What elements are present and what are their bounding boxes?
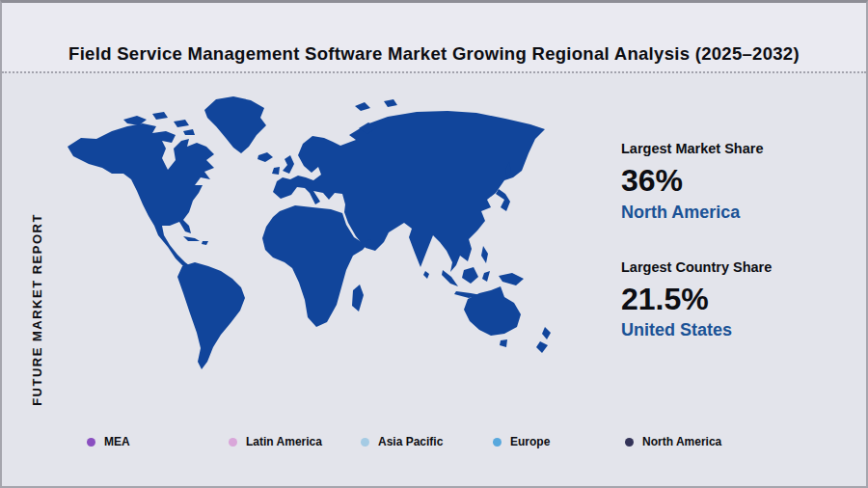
legend-label: North America [642,435,721,448]
legend-dot-icon [625,438,634,447]
stat-largest-market-share: Largest Market Share 36% North America [621,141,853,223]
dotted-separator [2,71,866,73]
stat-value: 21.5% [621,284,853,316]
page-title: Field Service Management Software Market… [2,43,866,65]
world-map-landmass [68,96,551,369]
stat-region: North America [621,203,853,223]
legend-item-asia-pacific: Asia Pacific [361,434,443,449]
legend-label: Asia Pacific [378,435,443,448]
infographic-card: Field Service Management Software Market… [0,0,868,488]
legend-item-north-america: North America [625,434,721,449]
legend-item-latin-america: Latin America [229,434,322,449]
legend-item-mea: MEA [87,434,130,449]
legend-item-europe: Europe [493,434,550,449]
legend-label: MEA [104,435,130,448]
world-map-icon [60,85,600,393]
legend-dot-icon [361,438,369,447]
stat-label: Largest Country Share [621,259,853,275]
brand-vertical-text: FUTURE MARKET REPORT [30,213,44,406]
legend-dot-icon [87,438,95,447]
legend-label: Latin America [246,435,322,448]
stat-value: 36% [621,165,853,198]
stat-label: Largest Market Share [621,141,853,156]
stat-region: United States [621,320,853,340]
stat-largest-country-share: Largest Country Share 21.5% United State… [621,259,853,341]
legend-dot-icon [229,438,237,447]
stats-panel: Largest Market Share 36% North America L… [621,141,853,340]
legend-dot-icon [493,438,502,447]
legend-label: Europe [510,435,550,448]
